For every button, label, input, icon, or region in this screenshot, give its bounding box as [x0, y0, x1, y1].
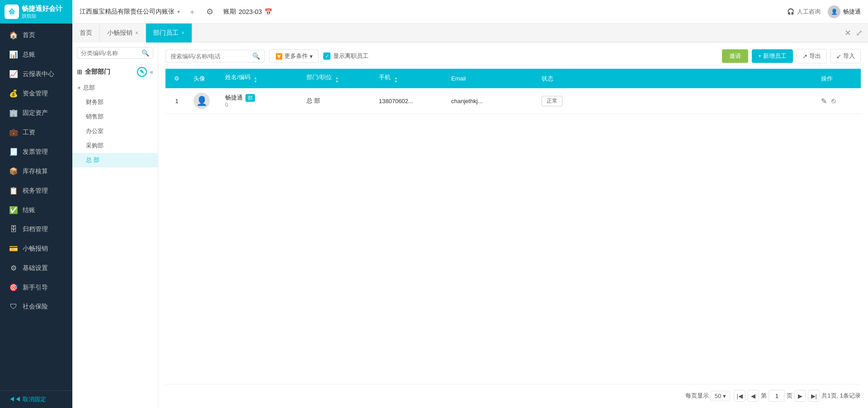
tab-close-icon[interactable]: × [181, 30, 184, 36]
dept-search-input[interactable] [81, 50, 139, 57]
employee-search-icon[interactable]: 🔍 [252, 52, 260, 60]
row-dept: 总 部 [301, 88, 373, 114]
row-index: 1 [165, 88, 188, 114]
dept-search-box[interactable]: 🔍 [77, 47, 153, 59]
sidebar-icon: 💰 [9, 89, 18, 98]
employee-avatar: 👤 [193, 93, 210, 109]
add-employee-button[interactable]: + 新增员工 [752, 49, 793, 63]
avatar: 👤 [828, 5, 840, 18]
employee-data-table: ⚙ 头像 姓名/编码 ▲▼ 部门/职位 ▲▼ 手机 ▲▼ Email 状态 操作… [165, 69, 861, 114]
sidebar-item-资金管理[interactable]: 💰资金管理 [0, 84, 72, 103]
page-size-dropdown[interactable]: 50 ▾ [711, 391, 730, 401]
employee-search-box[interactable]: 🔍 [165, 50, 265, 62]
import-button[interactable]: ↙ 导入 [830, 49, 861, 63]
dept-node-采购部[interactable]: 采购部 [72, 138, 158, 153]
period-selector[interactable]: 账期 2023-03 📅 [223, 8, 272, 16]
sidebar-icon: 📋 [9, 186, 18, 195]
username-label: 畅捷通 [843, 8, 861, 16]
tab-close-icon[interactable]: × [135, 30, 138, 36]
last-page-button[interactable]: ▶| [808, 390, 820, 402]
export-icon: ↗ [802, 53, 807, 60]
tab-首页[interactable]: 首页 [72, 24, 100, 43]
sidebar-icon: 🛡 [9, 303, 18, 311]
employee-name: 畅捷通 [225, 94, 243, 102]
settings-icon[interactable]: ⚙ [204, 7, 215, 17]
employee-search-input[interactable] [170, 53, 250, 60]
sidebar-item-库存核算[interactable]: 📦库存核算 [0, 161, 72, 181]
sidebar-item-社会保险[interactable]: 🛡社会保险 [0, 297, 72, 316]
sidebar-item-新手引导[interactable]: 🎯新手引导 [0, 278, 72, 297]
sidebar-icon: 📦 [9, 167, 18, 176]
dept-search-icon[interactable]: 🔍 [142, 49, 149, 57]
sidebar-item-小畅报销[interactable]: 💳小畅报销 [0, 239, 72, 258]
col-name[interactable]: 姓名/编码 ▲▼ [220, 69, 301, 88]
close-window-icon[interactable]: ✕ [844, 28, 851, 38]
row-status: 正常 [536, 88, 816, 114]
show-resigned-toggle[interactable]: ✓ 显示离职员工 [323, 52, 368, 60]
tab-部门员工[interactable]: 部门员工 × [146, 24, 192, 43]
next-page-button[interactable]: ▶ [794, 390, 806, 402]
prev-page-button[interactable]: ◀ [747, 390, 759, 402]
sidebar-item-label: 首页 [23, 31, 35, 39]
dept-node-总部[interactable]: ▼ 总部 [72, 81, 158, 95]
dept-node-财务部[interactable]: 财务部 [72, 95, 158, 109]
period-value: 2023-03 [239, 8, 262, 15]
show-resigned-checkbox[interactable]: ✓ [323, 52, 330, 60]
dept-arrow-icon: ▼ [77, 85, 81, 90]
sidebar-item-总账[interactable]: 📊总账 [0, 45, 72, 64]
sidebar-item-工资[interactable]: 💼工资 [0, 123, 72, 142]
dept-node-总 部[interactable]: 总 部 [72, 153, 158, 167]
sidebar-item-税务管理[interactable]: 📋税务管理 [0, 181, 72, 200]
sidebar-icon: 📊 [9, 50, 18, 59]
dept-node-销售部[interactable]: 销售部 [72, 109, 158, 124]
app-logo-icon: 会 [5, 5, 19, 19]
col-phone[interactable]: 手机 ▲▼ [373, 69, 446, 88]
filter-button[interactable]: 🔽 更多条件 ▾ [269, 49, 319, 63]
add-dept-button[interactable]: ✎ [137, 67, 147, 77]
sidebar-item-label: 固定资产 [23, 109, 48, 117]
sidebar-item-归档管理[interactable]: 🗄归档管理 [0, 220, 72, 239]
sidebar-item-label: 社会保险 [23, 303, 48, 311]
page-size-selector[interactable]: 每页显示 50 ▾ [685, 391, 730, 401]
sidebar-item-label: 云报表中心 [23, 70, 54, 78]
sidebar-item-云报表中心[interactable]: 📈云报表中心 [0, 64, 72, 84]
export-button[interactable]: ↗ 导出 [797, 49, 827, 63]
employee-toolbar: 🔍 🔽 更多条件 ▾ ✓ 显示离职员工 邀请 + 新增员工 ↗ 导出 [165, 49, 861, 63]
delete-button[interactable]: ⎋ [831, 97, 836, 105]
col-avatar: 头像 [188, 69, 220, 88]
company-name: 江西服宝精品有限责任公司内账张 [80, 8, 175, 16]
tab-小畅报销[interactable]: 小畅报销 × [100, 24, 146, 43]
user-menu[interactable]: 👤 畅捷通 [828, 5, 861, 18]
company-selector[interactable]: 江西服宝精品有限责任公司内账张 ▾ [80, 8, 180, 16]
cancel-fixed-button[interactable]: ◀◀ 取消固定 [0, 390, 72, 408]
sidebar: 会 畅捷通好会计 旗舰版 🏠首页📊总账📈云报表中心💰资金管理🏢固定资产💼工资🧾发… [0, 0, 72, 408]
sidebar-item-label: 总账 [23, 51, 35, 59]
sidebar-item-label: 归档管理 [23, 225, 48, 233]
first-page-button[interactable]: |◀ [734, 390, 745, 402]
topbar-right: 🎧 人工咨询 👤 畅捷通 [787, 5, 861, 18]
row-phone: 138070602... [373, 88, 446, 114]
sidebar-item-首页[interactable]: 🏠首页 [0, 25, 72, 45]
sidebar-item-结账[interactable]: ✅结账 [0, 200, 72, 220]
sidebar-icon: 🗄 [9, 225, 18, 233]
sidebar-item-label: 资金管理 [23, 90, 48, 98]
current-page-input[interactable] [769, 390, 785, 402]
sidebar-item-基础设置[interactable]: ⚙基础设置 [0, 258, 72, 278]
service-button[interactable]: 🎧 人工咨询 [787, 8, 821, 16]
col-settings[interactable]: ⚙ [165, 69, 188, 88]
add-company-button[interactable]: ＋ [184, 6, 200, 17]
maximize-icon[interactable]: ⤢ [856, 28, 863, 38]
col-status: 状态 [536, 69, 816, 88]
sidebar-item-发票管理[interactable]: 🧾发票管理 [0, 142, 72, 161]
sidebar-icon: 🏢 [9, 109, 18, 117]
tab-label: 部门员工 [153, 29, 179, 37]
edit-button[interactable]: ✎ [821, 97, 827, 105]
collapse-icon[interactable]: « [150, 68, 153, 76]
sidebar-item-固定资产[interactable]: 🏢固定资产 [0, 103, 72, 123]
company-dropdown-icon: ▾ [177, 9, 180, 15]
invite-button[interactable]: 邀请 [722, 49, 748, 63]
content-area: 🔍 ⊞ 全部部门 ✎ « ▼ 总部财务部销售部办公室采购部总 部 🔍 [72, 43, 868, 408]
dept-node-办公室[interactable]: 办公室 [72, 124, 158, 138]
col-dept[interactable]: 部门/职位 ▲▼ [301, 69, 373, 88]
sidebar-item-label: 税务管理 [23, 187, 48, 195]
